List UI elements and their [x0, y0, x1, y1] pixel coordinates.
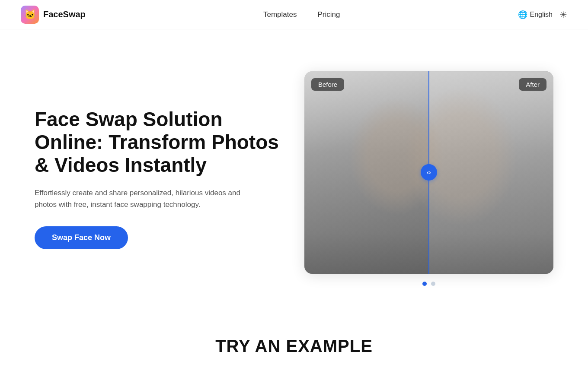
nav-right: 🌐 English ☀: [518, 10, 567, 20]
navbar: 🐱 FaceSwap Templates Pricing 🌐 English ☀: [0, 0, 588, 29]
theme-toggle-button[interactable]: ☀: [559, 10, 567, 20]
sun-icon: ☀: [559, 10, 567, 19]
logo-text: FaceSwap: [43, 10, 86, 19]
carousel-dot-2[interactable]: [431, 282, 435, 286]
comparison-images: Before After ‹›: [304, 71, 553, 274]
hero-right: Before After ‹›: [304, 71, 553, 286]
divider-handle[interactable]: ‹›: [421, 164, 437, 181]
nav-link-templates[interactable]: Templates: [263, 10, 297, 19]
hero-subtitle: Effortlessly create and share personaliz…: [35, 187, 259, 210]
language-button[interactable]: 🌐 English: [518, 10, 553, 19]
logo-icon: 🐱: [21, 6, 39, 24]
globe-icon: 🌐: [518, 10, 527, 19]
swap-face-now-button[interactable]: Swap Face Now: [35, 226, 128, 249]
try-example-section: TRY AN EXAMPLE: [0, 319, 588, 365]
comparison-widget: Before After ‹›: [304, 71, 553, 274]
language-label: English: [530, 11, 553, 19]
before-badge: Before: [311, 78, 344, 91]
handle-arrows: ‹›: [427, 169, 431, 176]
hero-title: Face Swap Solution Online: Transform Pho…: [35, 108, 284, 177]
after-badge: After: [519, 78, 546, 91]
logo[interactable]: 🐱 FaceSwap: [21, 6, 86, 24]
hero-left: Face Swap Solution Online: Transform Pho…: [35, 108, 284, 249]
carousel-dot-1[interactable]: [422, 282, 427, 286]
hero-section: Face Swap Solution Online: Transform Pho…: [0, 29, 588, 319]
nav-link-pricing[interactable]: Pricing: [317, 10, 340, 19]
nav-links: Templates Pricing: [263, 10, 340, 19]
try-example-title: TRY AN EXAMPLE: [0, 336, 588, 356]
carousel-dots: [304, 282, 553, 286]
